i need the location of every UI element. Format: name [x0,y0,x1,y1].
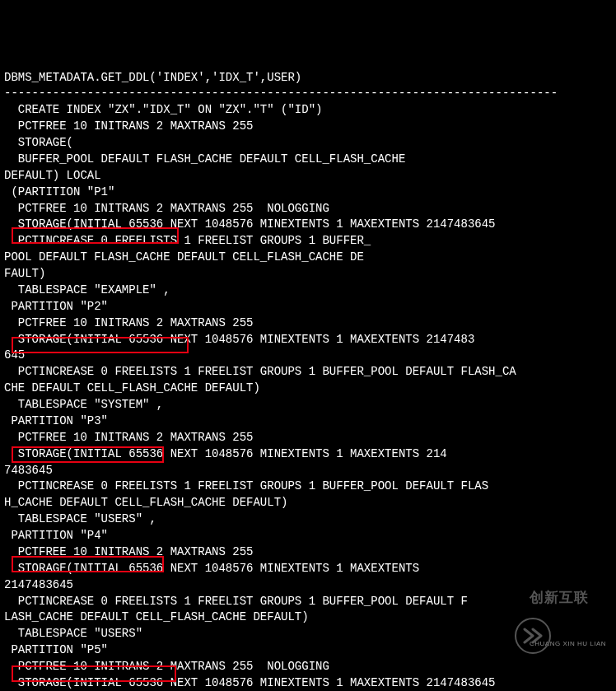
code-line: 645 [4,348,612,364]
header-line: DBMS_METADATA.GET_DDL('INDEX','IDX_T',US… [4,70,612,86]
code-line: STORAGE( [4,135,612,152]
code-line: BUFFER_POOL DEFAULT FLASH_CACHE DEFAULT … [4,152,612,168]
code-line: DEFAULT) LOCAL [4,168,612,184]
code-line: TABLESPACE "SYSTEM" , [4,397,612,413]
code-line: FAULT) [4,266,612,282]
code-line: PARTITION "P4" [4,528,612,544]
separator-line: ----------------------------------------… [4,86,612,102]
code-line: STORAGE(INITIAL 65536 NEXT 1048576 MINEX… [4,217,612,233]
code-line: CHE DEFAULT CELL_FLASH_CACHE DEFAULT) [4,381,612,397]
code-line: STORAGE(INITIAL 65536 NEXT 1048576 MINEX… [4,332,612,348]
code-line: PCTINCREASE 0 FREELISTS 1 FREELIST GROUP… [4,479,612,495]
code-line: PCTINCREASE 0 FREELISTS 1 FREELIST GROUP… [4,233,612,250]
code-line: 7483645 [4,463,612,479]
code-line: PCTFREE 10 INITRANS 2 MAXTRANS 255 [4,119,612,135]
code-line: H_CACHE DEFAULT CELL_FLASH_CACHE DEFAULT… [4,495,612,511]
code-line: PCTINCREASE 0 FREELISTS 1 FREELIST GROUP… [4,364,612,381]
watermark: 创新互联 CHUANG XIN HU LIAN [487,558,606,681]
code-line: STORAGE(INITIAL 65536 NEXT 1048576 MINEX… [4,446,612,463]
watermark-text: 创新互联 [530,591,606,606]
code-line: PCTFREE 10 INITRANS 2 MAXTRANS 255 NOLOG… [4,201,612,217]
code-line: (PARTITION "P1" [4,184,612,201]
code-line: TABLESPACE "EXAMPLE" , [4,282,612,299]
code-line: PARTITION "P3" [4,413,612,430]
code-line: PCTFREE 10 INITRANS 2 MAXTRANS 255 [4,315,612,332]
watermark-logo-icon [487,601,523,637]
code-line: PARTITION "P2" [4,299,612,315]
code-line: CREATE INDEX "ZX"."IDX_T" ON "ZX"."T" ("… [4,102,612,119]
code-line: POOL DEFAULT FLASH_CACHE DEFAULT CELL_FL… [4,250,612,266]
code-line: PCTFREE 10 INITRANS 2 MAXTRANS 255 [4,430,612,446]
code-line: TABLESPACE "USERS" , [4,511,612,528]
